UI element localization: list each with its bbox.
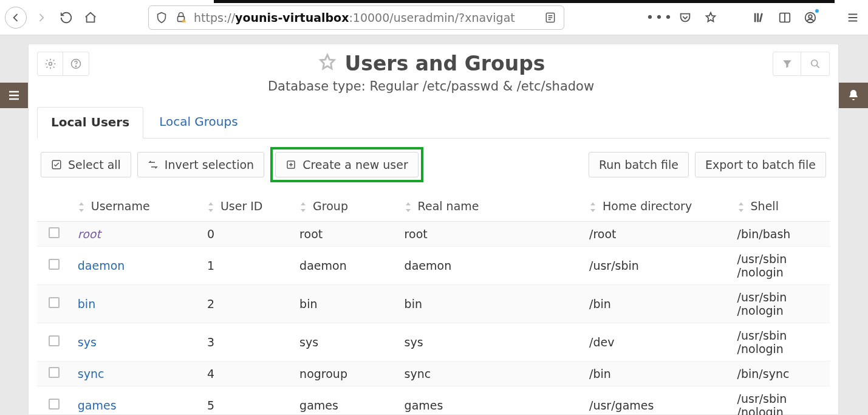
home-button[interactable] [80,7,101,28]
cell-shell: /usr/sbin/nologin [731,247,830,285]
url-text: https://younis-virtualbox:10000/useradmi… [194,11,515,24]
cell-uid: 3 [201,323,293,362]
run-batch-button[interactable]: Run batch file [589,152,689,177]
username-link[interactable]: sys [78,335,97,349]
username-link[interactable]: daemon [78,259,125,272]
sort-icon [207,202,214,213]
tab-local-groups[interactable]: Local Groups [146,107,251,138]
col-shell-label: Shell [751,199,779,213]
cell-uid: 0 [201,222,293,247]
row-checkbox[interactable] [49,335,60,346]
export-batch-label: Export to batch file [705,158,816,171]
col-group[interactable]: Group [293,191,398,222]
sort-icon [737,202,745,213]
cell-realname: daemon [398,247,583,285]
cell-uid: 5 [201,386,293,416]
cell-realname: root [398,222,583,247]
col-home[interactable]: Home directory [583,191,731,222]
swap-icon [148,159,159,170]
svg-point-8 [49,63,52,66]
filter-button[interactable] [773,52,801,75]
invert-selection-button[interactable]: Invert selection [137,152,264,177]
module-config-button[interactable] [38,52,63,75]
module-panel: Users and Groups Database type: Regular … [28,44,839,415]
module-help-button[interactable] [63,52,89,75]
export-batch-button[interactable]: Export to batch file [695,152,826,177]
page-actions-icon[interactable]: ••• [649,7,670,28]
gear-icon [44,58,56,70]
row-checkbox[interactable] [49,399,60,410]
pocket-icon[interactable] [675,7,695,28]
hamburger-menu-icon[interactable] [842,7,863,28]
create-user-button[interactable]: Create a new user [275,152,419,177]
svg-rect-3 [757,13,759,22]
favorite-star-icon[interactable] [317,52,338,75]
forward-button[interactable] [30,7,52,29]
page-subtitle: Database type: Regular /etc/passwd & /et… [268,79,594,94]
lock-warning-icon[interactable] [174,11,188,24]
cell-shell: /bin/sync [731,362,830,386]
svg-point-11 [812,60,818,66]
sidebar-icon[interactable] [774,7,795,28]
reader-mode-icon[interactable] [543,10,558,25]
cell-uid: 4 [201,362,293,386]
tabs: Local Users Local Groups [37,107,830,139]
cell-home: /dev [583,323,731,362]
table-header-row: Username User ID Group Real name Home di… [37,191,830,222]
search-button[interactable] [801,52,829,75]
create-user-label: Create a new user [302,158,408,171]
url-bar[interactable]: https://younis-virtualbox:10000/useradmi… [148,5,564,30]
library-icon[interactable] [749,7,770,28]
svg-point-10 [75,66,76,67]
notifications-toggle[interactable] [839,83,868,108]
invert-selection-label: Invert selection [165,158,254,171]
col-userid[interactable]: User ID [201,191,293,222]
username-link[interactable]: bin [78,297,95,310]
cell-home: /usr/sbin [583,247,731,285]
cell-realname: bin [398,285,583,323]
svg-rect-2 [754,13,756,22]
table-row: root0rootroot/root/bin/bash [37,222,830,247]
cell-home: /usr/games [583,386,731,416]
bookmark-star-icon[interactable] [700,7,721,28]
select-all-button[interactable]: Select all [41,152,131,177]
table-row: daemon1daemondaemon/usr/sbin/usr/sbin/no… [37,247,830,285]
username-link[interactable]: root [78,227,101,241]
col-shell[interactable]: Shell [731,191,830,222]
module-left-buttons [37,52,89,76]
cell-realname: games [398,386,583,416]
sidebar-toggle[interactable] [0,83,28,108]
cell-shell: /bin/bash [731,222,830,247]
cell-group: root [293,222,398,247]
page-title: Users and Groups [345,52,545,75]
module-right-buttons [773,52,830,76]
tab-local-users[interactable]: Local Users [37,107,143,139]
username-link[interactable]: sync [78,367,104,380]
window-top-strip [214,0,835,3]
row-checkbox[interactable] [49,259,60,270]
reload-button[interactable] [56,7,77,28]
row-checkbox[interactable] [49,297,60,308]
row-checkbox[interactable] [49,367,60,378]
row-checkbox[interactable] [49,227,60,238]
cell-shell: /usr/sbin/nologin [731,386,830,416]
tracking-protection-icon[interactable] [155,11,168,24]
table-row: sync4nogroupsync/bin/bin/sync [37,362,830,386]
username-link[interactable]: games [78,399,117,412]
col-username-label: Username [91,199,150,213]
table-row: bin2binbin/bin/usr/sbin/nologin [37,285,830,323]
col-realname[interactable]: Real name [398,191,583,222]
sort-icon [589,202,596,213]
cell-group: nogroup [293,362,398,386]
col-username[interactable]: Username [72,191,201,222]
sort-icon [405,202,412,213]
account-icon[interactable] [800,7,821,28]
select-all-label: Select all [68,158,121,171]
svg-rect-4 [759,13,763,22]
back-button[interactable] [5,7,27,29]
cell-home: /root [583,222,731,247]
search-icon [809,58,821,70]
svg-point-7 [808,15,812,18]
cell-shell: /usr/sbin/nologin [731,285,830,323]
plus-square-icon [285,159,296,170]
